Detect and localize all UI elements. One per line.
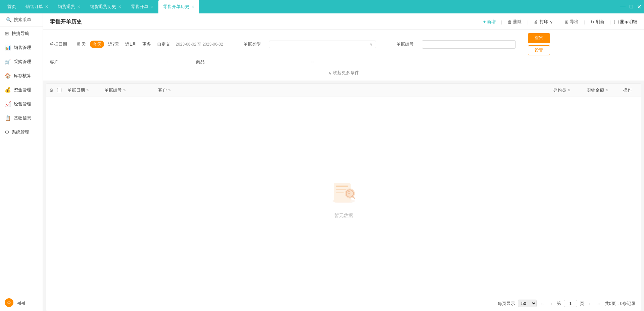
sidebar-bottom: ⚙ ◀◀ xyxy=(0,294,43,311)
sidebar-gear-button[interactable]: ⚙ xyxy=(5,298,13,307)
window-controls: — □ ✕ xyxy=(620,4,641,10)
close-icon[interactable]: ✕ xyxy=(150,4,154,9)
settings-button[interactable]: 设置 xyxy=(528,45,550,55)
customer-dots: ··· xyxy=(164,59,168,64)
tab-bar: 首页 销售订单 ✕ 销货退货 ✕ 销货退货历史 ✕ 零售开单 ✕ 零售开单历史 … xyxy=(0,0,644,13)
prev-page-btn[interactable]: ‹ xyxy=(548,300,554,307)
date-filter-buttons: 昨天 今天 近7天 近1月 更多 自定义 2023-06-02 至 2023-0… xyxy=(75,41,223,48)
more-btn[interactable]: 更多 xyxy=(140,41,153,48)
tab-home[interactable]: 首页 xyxy=(3,0,21,13)
print-icon: 🖨 xyxy=(534,19,538,24)
delete-button[interactable]: 🗑 删除 xyxy=(505,17,524,26)
col-header-customer[interactable]: 客户 ⇅ xyxy=(155,87,550,93)
export-icon: ⊞ xyxy=(565,19,568,24)
per-page-label: 每页显示 xyxy=(498,301,515,307)
doc-num-input[interactable] xyxy=(422,40,516,49)
yesterday-btn[interactable]: 昨天 xyxy=(75,41,88,48)
page-size-select[interactable]: 50 100 200 xyxy=(518,300,537,307)
finance-icon: 💰 xyxy=(5,87,11,93)
sidebar-item-label: 基础信息 xyxy=(14,115,31,121)
minimize-icon[interactable]: — xyxy=(620,4,626,10)
export-button[interactable]: ⊞ 导出 xyxy=(563,17,581,26)
sidebar-item-label: 销售管理 xyxy=(14,45,31,51)
tab-sales-return[interactable]: 销货退货 ✕ xyxy=(53,0,85,13)
pagination-bar: 每页显示 50 100 200 « ‹ 第 页 › » 共0页，0条记录 xyxy=(46,296,641,311)
filter-row-2: 客户 ··· 商品 ··· xyxy=(50,59,637,65)
empty-illustration xyxy=(327,174,360,208)
close-icon[interactable]: ✕ xyxy=(77,4,81,9)
close-icon[interactable]: ✕ xyxy=(191,4,195,9)
table-body: 暂无数据 xyxy=(46,97,641,296)
tab-sales-order[interactable]: 销售订单 ✕ xyxy=(21,0,53,13)
sidebar-search[interactable]: 🔍 搜索采单 xyxy=(0,13,43,27)
inventory-icon: 🏠 xyxy=(5,73,11,79)
first-page-btn[interactable]: « xyxy=(539,300,546,307)
sidebar-item-operations[interactable]: 📈 经营管理 xyxy=(0,97,43,111)
page-input[interactable] xyxy=(564,300,577,307)
total-text: 共0页，0条记录 xyxy=(605,301,636,307)
svg-rect-4 xyxy=(336,192,343,193)
close-window-icon[interactable]: ✕ xyxy=(637,4,641,10)
close-icon[interactable]: ✕ xyxy=(118,4,121,9)
sidebar-item-label: 资金管理 xyxy=(14,87,31,93)
print-button[interactable]: 🖨 打印 ∨ xyxy=(532,17,555,26)
filter-row-1: 单据日期 昨天 今天 近7天 近1月 更多 自定义 2023-06-02 至 2… xyxy=(50,33,637,55)
maximize-icon[interactable]: □ xyxy=(630,4,633,10)
sidebar-item-sales-mgmt[interactable]: 📊 销售管理 xyxy=(0,41,43,55)
tab-retail-open[interactable]: 零售开单 ✕ xyxy=(126,0,158,13)
svg-rect-2 xyxy=(336,186,348,187)
table-header: ⚙ 单据日期 ⇅ 单据编号 ⇅ 客户 ⇅ 导购员 ⇅ xyxy=(46,84,641,97)
sidebar-item-label: 库存核算 xyxy=(14,73,31,79)
sidebar-item-quick-nav[interactable]: ⊞ 快捷导航 xyxy=(0,27,43,41)
last7-btn[interactable]: 近7天 xyxy=(106,41,121,48)
show-detail-checkbox[interactable] xyxy=(614,20,618,24)
sidebar-item-inventory[interactable]: 🏠 库存核算 xyxy=(0,69,43,83)
quick-nav-icon: ⊞ xyxy=(5,31,9,37)
table-settings-icon[interactable]: ⚙ xyxy=(49,88,54,93)
sort-icon: ⇅ xyxy=(123,88,126,92)
query-button[interactable]: 查询 xyxy=(528,33,550,43)
content-area: 零售开单历史 + 新增 | 🗑 删除 | 🖨 打印 ∨ | xyxy=(43,13,644,311)
chevron-up-icon: ∧ xyxy=(328,70,332,75)
filter-area: 单据日期 昨天 今天 近7天 近1月 更多 自定义 2023-06-02 至 2… xyxy=(43,30,644,81)
show-detail-toggle[interactable]: 显示明细 xyxy=(614,19,637,25)
add-button[interactable]: + 新增 xyxy=(481,17,498,26)
date-range-text: 2023-06-02 至 2023-06-02 xyxy=(176,42,223,47)
sidebar-item-purchase-mgmt[interactable]: 🛒 采购管理 xyxy=(0,55,43,69)
col-header-date[interactable]: 单据日期 ⇅ xyxy=(65,87,102,93)
sidebar-search-label: 搜索采单 xyxy=(14,17,31,23)
close-icon[interactable]: ✕ xyxy=(45,4,48,9)
sidebar-collapse-button[interactable]: ◀◀ xyxy=(17,300,25,306)
sidebar-item-system[interactable]: ⚙ 系统管理 xyxy=(0,125,43,139)
refresh-button[interactable]: ↻ 刷新 xyxy=(589,17,606,26)
goods-dots: ··· xyxy=(311,59,314,64)
refresh-icon: ↻ xyxy=(591,19,594,24)
empty-text: 暂无数据 xyxy=(334,213,353,219)
goods-input[interactable]: ··· xyxy=(221,59,315,65)
page-title: 零售开单历史 xyxy=(50,18,82,25)
collapse-filters-button[interactable]: ∧ 收起更多条件 xyxy=(50,68,637,76)
today-btn[interactable]: 今天 xyxy=(90,41,104,48)
select-all-checkbox[interactable] xyxy=(57,88,61,92)
tab-retail-history[interactable]: 零售开单历史 ✕ xyxy=(158,0,199,13)
goods-label: 商品 xyxy=(196,59,215,65)
doc-type-select[interactable]: ∨ xyxy=(269,41,376,48)
search-icon: 🔍 xyxy=(6,17,12,22)
sort-icon: ⇅ xyxy=(605,88,608,92)
customer-input[interactable]: ··· xyxy=(75,59,169,65)
last-month-btn[interactable]: 近1月 xyxy=(123,41,138,48)
sidebar-item-label: 采购管理 xyxy=(14,59,31,65)
col-header-num[interactable]: 单据编号 ⇅ xyxy=(102,87,155,93)
col-header-ops: 操作 xyxy=(617,87,638,93)
sidebar-item-finance[interactable]: 💰 资金管理 xyxy=(0,83,43,97)
basic-info-icon: 📋 xyxy=(5,115,11,121)
custom-btn[interactable]: 自定义 xyxy=(155,41,172,48)
last-page-btn[interactable]: » xyxy=(595,300,602,307)
page-label-2: 页 xyxy=(580,301,584,307)
next-page-btn[interactable]: › xyxy=(587,300,593,307)
tab-sales-return-history[interactable]: 销货退货历史 ✕ xyxy=(85,0,126,13)
sidebar-item-basic-info[interactable]: 📋 基础信息 xyxy=(0,111,43,125)
print-dropdown-icon: ∨ xyxy=(550,19,553,24)
col-header-amount[interactable]: 实销金额 ⇅ xyxy=(584,87,617,93)
col-header-guide[interactable]: 导购员 ⇅ xyxy=(550,87,584,93)
